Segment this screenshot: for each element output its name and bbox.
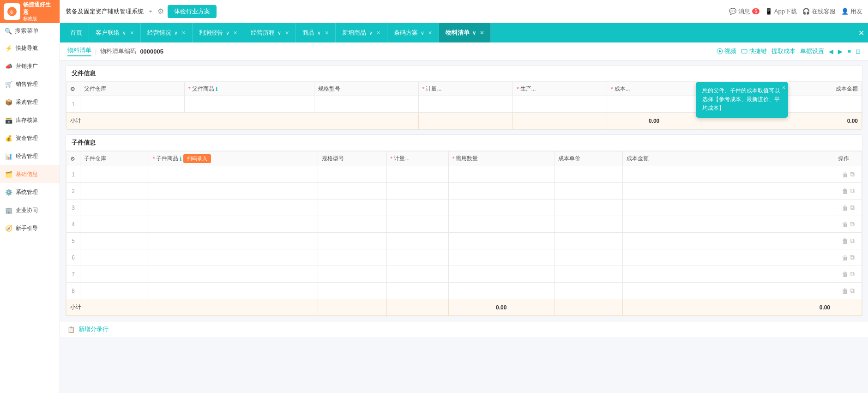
delete-icon[interactable]: 🗑 [842,287,848,295]
sidebar-item-basic[interactable]: 🗂️ 基础信息 [0,165,60,183]
tab-new-product[interactable]: 新增商品∨✕ [336,23,387,42]
close-icon[interactable]: ✕ [181,30,186,36]
delete-icon[interactable]: 🗑 [842,237,848,245]
child-warehouse-5[interactable] [80,233,149,249]
child-warehouse-3[interactable] [80,200,149,216]
child-unit-1[interactable] [386,166,448,183]
tab-product[interactable]: 商品∨✕ [296,23,336,42]
sidebar-item-marketing[interactable]: 📣 营销推广 [0,57,60,75]
child-warehouse-7[interactable] [80,266,149,283]
sidebar-item-purchase[interactable]: 📦 采购管理 [0,93,60,111]
child-warehouse-8[interactable] [80,283,149,299]
copy-icon[interactable]: ⧉ [850,220,855,228]
close-icon[interactable]: ✕ [233,30,237,36]
child-unit-cost-3[interactable] [554,200,623,216]
child-unit-cost-8[interactable] [554,283,623,299]
child-product-7[interactable] [149,266,318,283]
child-unit-cost-7[interactable] [554,266,623,283]
parent-spec-cell[interactable] [314,96,418,113]
child-unit-cost-2[interactable] [554,183,623,200]
parent-produce-cell[interactable] [512,96,607,113]
close-icon[interactable]: ✕ [480,30,484,36]
child-amount-7[interactable] [623,266,834,283]
copy-icon[interactable]: ⧉ [850,287,855,295]
child-unit-2[interactable] [386,183,448,200]
child-qty-2[interactable] [448,183,554,200]
child-product-8[interactable] [149,283,318,299]
scan-btn[interactable]: 扫码录入 [183,154,211,163]
child-qty-3[interactable] [448,200,554,216]
shortcut-action[interactable]: 快捷键 [741,47,767,55]
tab-barcode[interactable]: 条码方案∨✕ [387,23,439,42]
sidebar-item-system[interactable]: ⚙️ 系统管理 [0,183,60,201]
child-spec-8[interactable] [318,283,386,299]
user-item[interactable]: 👤 用友 [841,7,862,16]
child-warehouse-2[interactable] [80,183,149,200]
prev-btn[interactable]: ◀ [829,48,833,55]
next-btn[interactable]: ▶ [838,48,843,55]
close-icon[interactable]: ✕ [130,30,134,36]
child-product-4[interactable] [149,216,318,233]
child-unit-cost-1[interactable] [554,166,623,183]
child-unit-cost-6[interactable] [554,249,623,266]
tab-bom[interactable]: 物料清单∨✕ [439,23,491,42]
child-unit-cost-4[interactable] [554,216,623,233]
online-service-item[interactable]: 🎧 在线客服 [802,7,836,16]
tab-history[interactable]: 经营历程∨✕ [244,23,296,42]
child-qty-1[interactable] [448,166,554,183]
child-product-6[interactable] [149,249,318,266]
copy-icon[interactable]: ⧉ [850,254,855,261]
child-warehouse-4[interactable] [80,216,149,233]
parent-product-cell[interactable] [185,96,314,113]
child-unit-cost-5[interactable] [554,233,623,249]
sidebar-item-finance[interactable]: 💰 资金管理 [0,129,60,147]
child-unit-7[interactable] [386,266,448,283]
child-unit-5[interactable] [386,233,448,249]
sidebar-item-operation[interactable]: 📊 经营管理 [0,147,60,165]
tab-operation[interactable]: 经营情况∨✕ [141,23,193,42]
child-spec-3[interactable] [318,200,386,216]
copy-icon[interactable]: ⧉ [850,170,855,178]
page-tab-bom[interactable]: 物料清单 [67,46,91,56]
child-unit-8[interactable] [386,283,448,299]
delete-icon[interactable]: 🗑 [842,171,848,178]
single-settings-action[interactable]: 单据设置 [800,47,824,55]
child-spec-1[interactable] [318,166,386,183]
delete-icon[interactable]: 🗑 [842,271,848,278]
parent-cost-cell[interactable] [607,96,701,113]
child-qty-7[interactable] [448,266,554,283]
copy-icon[interactable]: ⧉ [850,237,855,245]
child-product-3[interactable] [149,200,318,216]
child-qty-4[interactable] [448,216,554,233]
menu-btn[interactable]: ≡ [847,48,851,55]
copy-icon[interactable]: ⧉ [850,187,855,195]
delete-icon[interactable]: 🗑 [842,254,848,261]
child-amount-5[interactable] [623,233,834,249]
close-icon[interactable]: ✕ [325,30,329,36]
copy-icon[interactable]: ⧉ [850,204,855,212]
settings-icon[interactable]: ⚙ [70,156,75,162]
sidebar-search[interactable]: 🔍 搜索菜单 [0,23,60,39]
child-product-1[interactable] [149,166,318,183]
child-qty-5[interactable] [448,233,554,249]
child-spec-7[interactable] [318,266,386,283]
settings-gear-icon[interactable]: ⚙ [157,7,164,16]
close-icon[interactable]: ✕ [285,30,289,36]
sidebar-item-enterprise[interactable]: 🏢 企业协同 [0,201,60,219]
child-amount-2[interactable] [623,183,834,200]
child-unit-4[interactable] [386,216,448,233]
child-product-2[interactable] [149,183,318,200]
child-spec-2[interactable] [318,183,386,200]
child-amount-4[interactable] [623,216,834,233]
add-row-label[interactable]: 新增分录行 [78,325,108,333]
delete-icon[interactable]: 🗑 [842,221,848,228]
extract-cost-action[interactable]: 提取成本 [772,47,796,55]
sidebar-item-quick-nav[interactable]: ⚡ 快捷导航 [0,39,60,57]
child-spec-5[interactable] [318,233,386,249]
child-product-5[interactable] [149,233,318,249]
close-all-tabs[interactable]: ✕ [858,29,864,37]
tab-profit[interactable]: 利润报告∨✕ [193,23,244,42]
sidebar-item-guide[interactable]: 🧭 新手引导 [0,219,60,237]
delete-icon[interactable]: 🗑 [842,204,848,212]
parent-warehouse-cell[interactable] [80,96,185,113]
